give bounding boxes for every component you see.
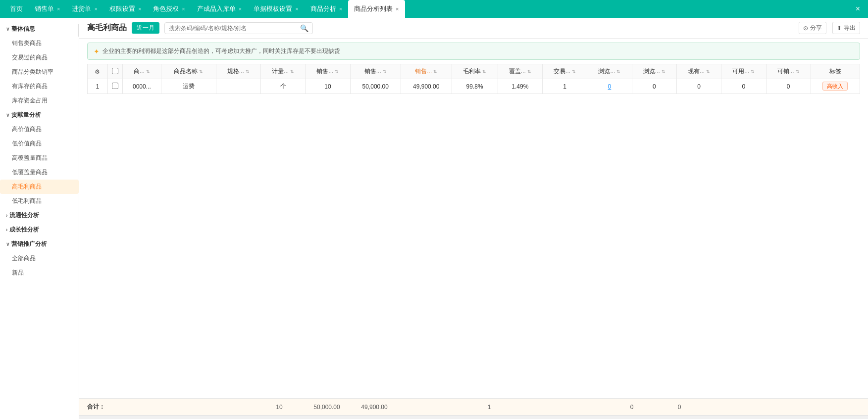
- sidebar-item-all-goods[interactable]: 全部商品: [0, 251, 79, 266]
- search-icon[interactable]: 🔍: [300, 24, 308, 32]
- col-current-stock[interactable]: 现有...⇅: [676, 64, 721, 79]
- sidebar-group-growth[interactable]: › 成长性分析: [0, 223, 79, 237]
- col-gross-margin[interactable]: 毛利率⇅: [452, 64, 498, 79]
- sort-icon: ⇅: [572, 69, 576, 74]
- row-sellable: 0: [766, 79, 811, 94]
- share-icon: ⊙: [803, 25, 808, 32]
- sort-icon: ⇅: [616, 69, 620, 74]
- col-browse2[interactable]: 浏览...⇅: [632, 64, 676, 79]
- col-tag[interactable]: 标签: [811, 64, 860, 79]
- close-icon[interactable]: ×: [239, 6, 242, 12]
- sort-icon: ⇅: [199, 69, 203, 74]
- row-checkbox: [107, 79, 122, 94]
- sidebar-item-high-coverage[interactable]: 高覆盖量商品: [0, 151, 79, 165]
- sidebar-item-low-coverage[interactable]: 低覆盖量商品: [0, 165, 79, 180]
- share-button[interactable]: ⊙ 分享: [799, 22, 826, 34]
- row-gross-margin: 99.8%: [452, 79, 498, 94]
- col-sales-qty[interactable]: 销售...⇅: [306, 64, 350, 79]
- sidebar-item-stock-capital[interactable]: 库存资金占用: [0, 93, 79, 108]
- search-input[interactable]: [169, 25, 300, 32]
- sidebar-item-high-margin[interactable]: 高毛利商品: [0, 180, 79, 194]
- sidebar-item-low-value[interactable]: 低价值商品: [0, 137, 79, 151]
- close-icon[interactable]: ×: [138, 6, 141, 12]
- sidebar-item-sales-goods[interactable]: 销售类商品: [0, 36, 79, 50]
- chevron-down-icon: ∨: [6, 112, 9, 118]
- main-layout: « ∨ 整体信息 销售类商品 交易过的商品 商品分类助销率 有库存的商品 库存资…: [0, 18, 868, 419]
- col-browse1[interactable]: 浏览...⇅: [587, 64, 632, 79]
- sort-icon: ⇅: [796, 69, 800, 74]
- footer-sales-qty: 10: [259, 404, 299, 411]
- time-filter-button[interactable]: 近一月: [132, 22, 159, 34]
- select-all-checkbox[interactable]: [112, 68, 118, 74]
- sidebar-group-overall[interactable]: ∨ 整体信息: [0, 22, 79, 36]
- export-button[interactable]: ⬆ 导出: [832, 22, 860, 34]
- nav-home[interactable]: 首页: [4, 0, 29, 18]
- chevron-right-icon: ›: [6, 213, 7, 218]
- sort-icon: ⇅: [706, 69, 710, 74]
- row-num: 1: [88, 79, 108, 94]
- nav-role-auth[interactable]: 角色授权 ×: [147, 0, 191, 18]
- close-icon[interactable]: ×: [295, 6, 298, 12]
- sidebar-group-marketing[interactable]: ∨ 营销推广分析: [0, 237, 79, 251]
- row-name: 运费: [161, 79, 216, 94]
- sidebar-group-liquidity[interactable]: › 流通性分析: [0, 208, 79, 223]
- col-checkbox: [107, 64, 122, 79]
- col-transaction[interactable]: 交易...⇅: [543, 64, 587, 79]
- sidebar-item-new-goods[interactable]: 新品: [0, 266, 79, 280]
- sort-icon: ⇅: [290, 69, 294, 74]
- nav-finished-goods[interactable]: 产成品入库单 ×: [191, 0, 248, 18]
- row-coverage: 1.49%: [498, 79, 542, 94]
- nav-sales-order[interactable]: 销售单 ×: [29, 0, 66, 18]
- sidebar-item-low-margin[interactable]: 低毛利商品: [0, 194, 79, 208]
- close-icon[interactable]: ×: [396, 6, 399, 12]
- row-browse2: 0: [632, 79, 676, 94]
- sort-icon: ⇅: [482, 69, 486, 74]
- row-sales-qty: 10: [306, 79, 350, 94]
- nav-permission-settings[interactable]: 权限设置 ×: [103, 0, 147, 18]
- horizontal-scrollbar[interactable]: [79, 415, 868, 419]
- close-icon[interactable]: ×: [182, 6, 185, 12]
- row-code: 0000...: [122, 79, 161, 94]
- sidebar-collapse-button[interactable]: «: [78, 24, 79, 37]
- window-close-button[interactable]: ×: [852, 4, 864, 13]
- col-coverage[interactable]: 覆盖...⇅: [498, 64, 542, 79]
- col-sales-amount[interactable]: 销售...⇅: [350, 64, 401, 79]
- row-browse1[interactable]: 0: [587, 79, 632, 94]
- col-sales-cost[interactable]: 销售...⇅: [401, 64, 452, 79]
- sidebar-item-traded-goods[interactable]: 交易过的商品: [0, 50, 79, 65]
- col-code[interactable]: 商...⇅: [122, 64, 161, 79]
- sort-icon: ⇅: [383, 69, 387, 74]
- col-spec[interactable]: 规格...⇅: [216, 64, 260, 79]
- table-row: 1 0000... 运费 个 10 50,000.00 49,900.00 99…: [88, 79, 860, 94]
- close-icon[interactable]: ×: [94, 6, 97, 12]
- close-icon[interactable]: ×: [339, 6, 342, 12]
- col-unit[interactable]: 计量...⇅: [260, 64, 305, 79]
- sidebar-item-high-value[interactable]: 高价值商品: [0, 122, 79, 137]
- table-wrap: ⚙ 商...⇅ 商品名称⇅ 规格...⇅: [79, 64, 868, 398]
- nav-product-analysis-list[interactable]: 商品分析列表 ×: [348, 0, 405, 18]
- sidebar-group-contribution[interactable]: ∨ 贡献量分析: [0, 108, 79, 122]
- col-sellable[interactable]: 可销...⇅: [766, 64, 811, 79]
- col-name[interactable]: 商品名称⇅: [161, 64, 216, 79]
- nav-product-analysis[interactable]: 商品分析 ×: [305, 0, 348, 18]
- sidebar-item-category-assist[interactable]: 商品分类助销率: [0, 65, 79, 79]
- footer-sales-amount: 50,000.00: [307, 404, 347, 411]
- sidebar-item-in-stock[interactable]: 有库存的商品: [0, 79, 79, 93]
- nav-purchase-order[interactable]: 进货单 ×: [66, 0, 103, 18]
- footer-transaction: 1: [469, 404, 509, 411]
- col-available[interactable]: 可用...⇅: [721, 64, 766, 79]
- nav-template-settings[interactable]: 单据模板设置 ×: [248, 0, 304, 18]
- chevron-down-icon: ∨: [6, 26, 9, 32]
- page-title: 高毛利商品: [87, 23, 127, 33]
- content-area: 高毛利商品 近一月 🔍 ⊙ 分享 ⬆ 导出 ✦ 企业的主要的利润都是这部分商品创…: [79, 18, 868, 419]
- row-available: 0: [721, 79, 766, 94]
- chevron-right-icon: ›: [6, 227, 7, 233]
- info-bar: ✦ 企业的主要的利润都是这部分商品创造的，可考虑加大推广，同时关注库存是不要出现…: [87, 43, 860, 60]
- row-select-checkbox[interactable]: [112, 83, 118, 89]
- col-settings[interactable]: ⚙: [88, 64, 108, 79]
- row-transaction: 1: [543, 79, 587, 94]
- sort-icon: ⇅: [246, 69, 250, 74]
- sort-icon: ⇅: [335, 69, 339, 74]
- close-icon[interactable]: ×: [57, 6, 60, 12]
- export-icon: ⬆: [837, 25, 842, 32]
